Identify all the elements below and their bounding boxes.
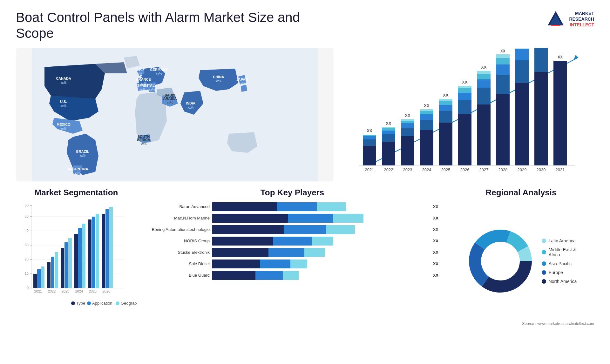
svg-text:xx%: xx% [139,88,146,91]
svg-text:CANADA: CANADA [56,77,71,80]
svg-text:xx%: xx% [61,104,67,108]
svg-rect-48 [382,127,395,128]
svg-text:2028: 2028 [498,167,508,172]
svg-text:2027: 2027 [479,167,489,172]
svg-text:xx%: xx% [239,82,245,85]
svg-rect-140 [74,234,78,288]
header: Boat Control Panels with Alarm Market Si… [16,10,594,42]
legend-item-europe: Europe [542,270,577,275]
svg-text:20: 20 [25,257,29,261]
svg-rect-134 [55,252,58,288]
world-map: CANADA xx% U.S. xx% MEXICO xx% BRAZIL xx… [16,48,334,181]
svg-rect-74 [477,104,491,165]
svg-text:U.K.: U.K. [136,68,143,71]
svg-rect-53 [401,121,414,123]
svg-point-156 [116,301,119,305]
svg-rect-68 [458,114,471,165]
svg-text:2025: 2025 [89,289,97,293]
svg-rect-84 [496,54,510,58]
segmentation-section: Market Segmentation [16,188,137,321]
svg-text:xx%: xx% [216,79,222,83]
player-row: Böning Automationstechnologie XX [146,225,438,234]
svg-point-152 [71,301,75,305]
svg-rect-88 [515,49,529,60]
legend-label-apac: Asia Pacific [549,261,572,266]
bar-chart-svg: XX XX XX [346,48,594,181]
players-wrapper: Baran Advanced XX Mac.N.Hom Marine [146,202,438,320]
svg-rect-81 [496,75,510,94]
svg-text:2026: 2026 [103,289,110,293]
svg-rect-149 [105,209,109,288]
svg-rect-82 [496,64,510,75]
growth-bar-chart: XX XX XX [346,48,594,181]
svg-point-163 [481,242,519,280]
svg-text:ARABIA: ARABIA [163,97,177,100]
svg-text:SPAIN: SPAIN [137,84,148,87]
svg-text:2025: 2025 [441,167,451,172]
svg-rect-46 [382,131,395,134]
player-row: NORIS Group XX [146,237,438,246]
players-section: Top Key Players Baran Advanced XX [146,188,438,321]
svg-text:Type: Type [76,301,85,306]
svg-rect-145 [92,217,95,288]
players-title: Top Key Players [146,188,438,198]
player-name: Böning Automationstechnologie [146,227,210,232]
logo-text: MARKET RESEARCH INTELLECT [569,10,594,28]
svg-text:Geography: Geography [121,301,137,306]
svg-text:30: 30 [25,243,29,247]
svg-text:xx%: xx% [156,72,162,76]
svg-text:CHINA: CHINA [213,75,224,79]
svg-rect-128 [33,274,37,288]
svg-rect-58 [420,114,433,120]
legend-dot-na [542,279,546,284]
svg-rect-54 [401,119,414,121]
svg-text:2021: 2021 [365,167,374,172]
svg-text:MEXICO: MEXICO [57,123,71,126]
svg-rect-132 [47,262,51,288]
regional-wrapper: Latin America Middle East &Africa Asia P… [448,202,594,320]
player-row: Blue Guard XX [146,271,438,280]
legend-dot-latin [542,239,546,243]
svg-rect-71 [458,88,471,93]
svg-rect-83 [496,58,510,64]
svg-rect-148 [102,214,105,288]
svg-text:40: 40 [25,229,29,233]
svg-rect-51 [401,128,414,136]
svg-text:XX: XX [424,103,430,108]
legend-label-europe: Europe [549,270,563,275]
player-bar-container [212,248,429,257]
player-name: Baran Advanced [146,204,210,209]
player-name: NORIS Group [146,239,210,243]
svg-rect-87 [515,60,529,83]
svg-rect-66 [439,99,452,101]
page-title: Boat Control Panels with Alarm Market Si… [16,10,302,42]
svg-rect-57 [420,120,433,130]
svg-rect-47 [382,128,395,131]
svg-rect-142 [82,224,85,288]
svg-text:2023: 2023 [62,289,69,293]
svg-rect-59 [420,111,433,114]
svg-point-154 [87,301,91,305]
svg-text:XX: XX [386,121,391,126]
svg-text:xx%: xx% [75,172,81,175]
player-name: Stucke Elektronik [146,250,210,255]
svg-text:U.S.: U.S. [60,100,67,104]
svg-rect-77 [477,74,491,79]
regional-title: Regional Analysis [448,188,594,198]
legend-item-na: North America [542,279,577,284]
player-bar-container [212,214,429,223]
svg-rect-64 [439,105,452,111]
svg-text:XX: XX [500,49,505,53]
svg-marker-37 [573,55,578,60]
svg-rect-133 [51,257,54,288]
svg-rect-144 [88,219,92,288]
svg-text:xx%: xx% [188,106,194,109]
svg-text:60: 60 [25,203,29,207]
svg-rect-146 [96,214,99,288]
svg-text:INDIA: INDIA [186,101,195,105]
segmentation-chart-svg: 0 10 20 30 40 50 60 2021 2022 [16,202,137,310]
svg-text:XX: XX [367,128,372,133]
svg-text:2029: 2029 [518,167,527,172]
player-row: Solé Diesel XX [146,260,438,268]
legend-dot-europe [542,270,546,275]
